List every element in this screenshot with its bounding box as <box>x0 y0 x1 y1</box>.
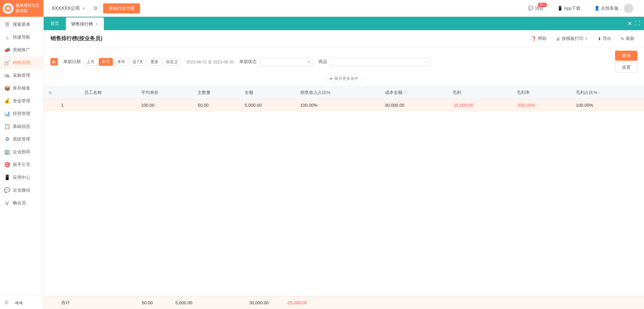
sidebar-item-label: 基础信息 <box>13 123 30 130</box>
status-filter: 单据状态 ▼ <box>239 58 313 66</box>
cell-sales-pct: 100.00% <box>296 99 381 111</box>
profit-pct-icon[interactable]: ↕ <box>599 91 601 95</box>
message-badge: 99+ <box>538 3 547 7</box>
tab-close-icon[interactable]: ✕ <box>95 22 98 27</box>
expand-icon: ▼ <box>329 76 333 81</box>
chevron-down-icon: ▼ <box>82 6 86 10</box>
main-area: XXXXXX公司 ▼ ⚙ 体验行业方案 💬 消息 99+ 📱 App下载 👤 在… <box>44 0 644 309</box>
cell-rank: 1 <box>57 99 80 111</box>
sidebar-item-finance[interactable]: 💰 资金管理 <box>0 95 43 107</box>
date-btn-this-month[interactable]: 本月 <box>99 58 113 66</box>
sidebar-item-marketing[interactable]: 📣 营销推广 <box>0 44 43 56</box>
goods-more-icon[interactable]: ··· <box>424 59 428 64</box>
sidebar-item-label: 库存核算 <box>13 85 30 91</box>
cell-name <box>80 99 137 111</box>
cell-settings <box>44 99 57 111</box>
col-settings[interactable]: ⚙ <box>44 86 57 99</box>
cell-avg-price: 100.00 <box>137 99 194 111</box>
print-button[interactable]: 🖨 按模板打印 ▼ <box>553 34 591 43</box>
sidebar-item-label: 企业协同 <box>13 149 30 155</box>
settings-footer-icon[interactable]: ⚙ <box>4 299 9 306</box>
expand-button[interactable]: ▼ 展开更多条件 <box>325 75 363 83</box>
cell-cost: 30,000.00 <box>381 99 448 111</box>
sidebar-footer: ⚙ ◀◀ <box>0 296 43 309</box>
sidebar-item-app-center[interactable]: 📱 应用中心 <box>0 171 43 184</box>
refresh-button[interactable]: ↻ 刷新 <box>618 34 637 43</box>
export-button[interactable]: ⬇ 导出 <box>595 34 614 43</box>
online-service-button[interactable]: 👤 在线客服 <box>594 5 618 11</box>
export-icon: ⬇ <box>598 36 601 41</box>
goods-filter: 商品 ··· <box>318 58 431 66</box>
minimize-icon[interactable]: ✕ <box>628 20 632 27</box>
goods-input[interactable] <box>330 58 431 66</box>
filter-expand-row: ▼ 展开更多条件 <box>50 73 637 83</box>
sidebar-nav: ☰ 搜索菜单 ⌂ 快捷导航 📣 营销推广 🛒 销售管理 🛍 采购管理 📦 库存核… <box>0 17 43 296</box>
sales-icon: 🛒 <box>4 60 10 66</box>
home-icon: ⌂ <box>4 34 10 40</box>
settings-button[interactable]: 设置 <box>615 62 637 73</box>
help-icon: ❓ <box>531 36 536 41</box>
date-range-display: 2023-06-01 至 2023-06-30 <box>186 59 234 65</box>
sidebar-item-label: 新手引导 <box>13 162 30 168</box>
sidebar-item-basic-info[interactable]: 📋 基础信息 <box>0 120 43 133</box>
page-content: 销售排行榜(按业务员) ❓ 帮助 🖨 按模板打印 ▼ ⬇ 导出 ↻ 刷新 <box>44 30 644 309</box>
sidebar-item-guide[interactable]: 🎯 新手引导 <box>0 158 43 171</box>
footer-qty: 50.00 <box>142 300 175 305</box>
col-profit: 毛利 <box>448 86 513 99</box>
gear-icon[interactable]: ⚙ <box>93 5 98 11</box>
page-title: 销售排行榜(按业务员) <box>50 35 102 42</box>
query-button[interactable]: 查询 <box>615 51 637 61</box>
sidebar-item-purchase[interactable]: 🛍 采购管理 <box>0 69 43 82</box>
goods-label: 商品 <box>318 59 327 65</box>
sidebar-item-member[interactable]: V 畅会员 <box>0 197 43 209</box>
filter-toggle-icon: ▶ <box>53 59 56 64</box>
date-label: 单据日期 <box>63 59 81 65</box>
help-button[interactable]: ❓ 帮助 <box>528 34 549 43</box>
date-btn-custom[interactable]: 自定义 <box>163 58 181 66</box>
collapse-icon[interactable]: ◀◀ <box>14 299 22 306</box>
wechat-icon: 💬 <box>4 187 10 193</box>
filter-toggle-button[interactable]: ▶ <box>50 58 58 65</box>
service-label: 在线客服 <box>601 5 618 11</box>
sidebar-item-search[interactable]: ☰ 搜索菜单 <box>0 18 43 31</box>
tab-sales-ranking[interactable]: 销售排行榜 ✕ <box>66 17 104 31</box>
sidebar-item-inventory[interactable]: 📦 库存核算 <box>0 82 43 95</box>
inventory-icon: 📦 <box>4 85 10 91</box>
sidebar-item-sales[interactable]: 🛒 销售管理 <box>0 56 43 69</box>
app-download-button[interactable]: 📱 App下载 <box>557 5 581 11</box>
cost-info-icon[interactable]: ⓘ <box>403 91 407 95</box>
avatar[interactable] <box>624 4 633 13</box>
operation-icon: 📊 <box>4 111 10 117</box>
maximize-icon[interactable]: ⛶ <box>635 20 640 27</box>
goods-input-wrapper: ··· <box>330 58 431 66</box>
footer-total-label: 合计 <box>48 300 108 306</box>
footer-cost: 30,000.00 <box>249 300 286 305</box>
member-icon: V <box>4 200 10 206</box>
company-selector[interactable]: XXXXXX公司 ▼ <box>49 4 88 13</box>
date-btn-last-month[interactable]: 上月 <box>83 58 97 66</box>
topbar-right: 💬 消息 99+ 📱 App下载 👤 在线客服 <box>528 4 639 13</box>
refresh-label: 刷新 <box>626 36 635 42</box>
cell-profit-pct: 100.00% <box>572 99 644 111</box>
status-select[interactable] <box>259 58 313 66</box>
message-button[interactable]: 💬 消息 99+ <box>528 5 544 11</box>
date-btn-more[interactable]: 更多 <box>147 58 162 66</box>
sidebar-item-label: 畅会员 <box>13 200 26 206</box>
col-profit-pct: 毛利占比% ↕ <box>572 86 644 99</box>
table-footer: 合计 50.00 5,000.00 30,000.00 -25,000.00 <box>44 296 644 309</box>
tab-home[interactable]: 首页 <box>44 17 66 30</box>
col-qty: 主数量 <box>194 86 241 99</box>
sidebar-item-quick-nav[interactable]: ⌂ 快捷导航 <box>0 31 43 44</box>
sidebar: 畅 畅康通好生意 标准版 ☰ 搜索菜单 ⌂ 快捷导航 📣 营销推广 🛒 销售管理… <box>0 0 44 309</box>
sidebar-item-operation[interactable]: 📊 经营管理 <box>0 107 43 120</box>
sidebar-item-enterprise[interactable]: 🏢 企业协同 <box>0 146 43 158</box>
sidebar-item-wechat[interactable]: 💬 企业微信 <box>0 184 43 197</box>
table-row: 1100.0050.005,000.00100.00%30,000.00-25,… <box>44 99 644 111</box>
trial-button[interactable]: 体验行业方案 <box>103 3 140 13</box>
status-select-wrapper: ▼ <box>259 58 313 66</box>
date-btn-7days[interactable]: 近7天 <box>130 58 146 66</box>
date-btn-this-year[interactable]: 本年 <box>114 58 128 66</box>
sidebar-item-system[interactable]: ⚙ 系统管理 <box>0 133 43 146</box>
app-center-icon: 📱 <box>4 174 10 181</box>
refresh-icon: ↻ <box>621 36 625 41</box>
